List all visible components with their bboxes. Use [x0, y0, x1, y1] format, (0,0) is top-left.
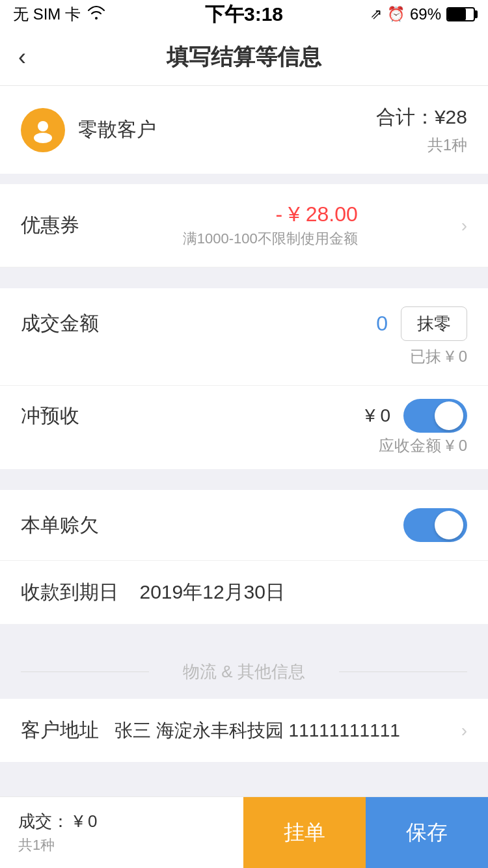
svg-point-1 — [34, 133, 52, 143]
status-left: 无 SIM 卡 — [13, 4, 105, 25]
bottom-bar: 成交： ¥ 0 共1种 挂单 保存 — [0, 796, 488, 868]
status-bar: 无 SIM 卡 下午3:18 ⇗ ⏰ 69% — [0, 0, 488, 29]
customer-left: 零散客户 — [21, 108, 156, 152]
back-button[interactable]: ‹ — [18, 44, 26, 71]
status-time: 下午3:18 — [205, 1, 283, 28]
location-icon: ⇗ — [370, 6, 382, 23]
voucher-amount: - ¥ 28.00 — [183, 202, 358, 226]
logistics-label: 物流 & 其他信息 — [0, 660, 488, 683]
page-title: 填写结算等信息 — [167, 42, 321, 72]
prepay-top: 冲预收 ¥ 0 — [21, 399, 467, 433]
address-chevron-icon: › — [461, 720, 467, 741]
debit-row: 本单赊欠 — [0, 490, 488, 560]
prepayment-row: 冲预收 ¥ 0 应收金额 ¥ 0 — [0, 386, 488, 469]
svg-point-0 — [38, 121, 48, 131]
separator-2 — [0, 480, 488, 490]
address-row[interactable]: 客户地址 张三 海淀永丰科技园 11111111111 › — [0, 699, 488, 762]
bottom-deal-row: 成交： ¥ 0 — [18, 810, 225, 833]
logistics-section-header: 物流 & 其他信息 — [0, 645, 488, 699]
bottom-count: 共1种 — [18, 835, 225, 855]
wifi-icon — [87, 5, 105, 23]
voucher-chevron-icon: › — [461, 215, 467, 236]
save-button[interactable]: 保存 — [366, 797, 488, 868]
total-count-text: 共1种 — [376, 135, 467, 156]
transaction-amount-input[interactable] — [310, 312, 388, 336]
prepayment-toggle[interactable] — [403, 399, 467, 433]
transaction-label: 成交金额 — [21, 310, 99, 337]
voucher-card: 优惠券 - ¥ 28.00 满1000-100不限制使用金额 › — [0, 184, 488, 267]
bottom-summary: 成交： ¥ 0 共1种 — [0, 797, 243, 868]
toggle-knob — [435, 401, 463, 430]
separator-3 — [0, 634, 488, 645]
customer-total: 合计：¥28 共1种 — [376, 104, 467, 156]
prepayment-amount: ¥ 0 — [365, 405, 390, 426]
transaction-top: 成交金额 抹零 — [21, 306, 467, 341]
battery-percent: 69% — [410, 5, 441, 23]
due-date-row[interactable]: 收款到期日 2019年12月30日 — [0, 560, 488, 624]
bottom-deal-amount: ¥ 0 — [74, 811, 97, 831]
due-date-value: 2019年12月30日 — [139, 581, 284, 603]
voucher-label: 优惠券 — [21, 212, 79, 239]
hold-button[interactable]: 挂单 — [243, 797, 366, 868]
due-date-label: 收款到期日 — [21, 581, 118, 603]
carrier-text: 无 SIM 卡 — [13, 4, 81, 25]
prepayment-label: 冲预收 — [21, 403, 79, 429]
prepayment-sub: 应收金额 ¥ 0 — [21, 435, 467, 456]
customer-avatar — [21, 108, 65, 152]
customer-name: 零散客户 — [78, 116, 156, 143]
alarm-icon: ⏰ — [387, 6, 405, 23]
debit-toggle[interactable] — [403, 508, 467, 542]
nav-bar: ‹ 填写结算等信息 — [0, 29, 488, 86]
address-value: 张三 海淀永丰科技园 11111111111 — [115, 718, 446, 743]
customer-row[interactable]: 零散客户 合计：¥28 共1种 — [0, 86, 488, 174]
voucher-hint: 满1000-100不限制使用金额 — [183, 229, 358, 249]
bottom-deal-label: 成交： — [18, 811, 69, 831]
debit-label: 本单赊欠 — [21, 512, 99, 539]
battery-icon — [446, 7, 475, 21]
content-area: 零散客户 合计：¥28 共1种 优惠券 - ¥ 28.00 满1000-100不… — [0, 86, 488, 850]
transaction-row: 成交金额 抹零 已抹 ¥ 0 — [0, 288, 488, 386]
transaction-card: 成交金额 抹零 已抹 ¥ 0 冲预收 ¥ 0 应收金额 ¥ 0 — [0, 288, 488, 469]
debit-toggle-knob — [435, 511, 463, 539]
address-label: 客户地址 — [21, 717, 99, 744]
voucher-row[interactable]: 优惠券 - ¥ 28.00 满1000-100不限制使用金额 › — [0, 184, 488, 267]
total-amount-text: 合计：¥28 — [376, 104, 467, 131]
separator-1 — [0, 278, 488, 288]
debit-card: 本单赊欠 收款到期日 2019年12月30日 — [0, 490, 488, 624]
address-card: 客户地址 张三 海淀永丰科技园 11111111111 › — [0, 699, 488, 762]
round-zero-button[interactable]: 抹零 — [401, 306, 467, 341]
transaction-sub: 已抹 ¥ 0 — [21, 346, 467, 367]
status-right: ⇗ ⏰ 69% — [370, 5, 475, 23]
